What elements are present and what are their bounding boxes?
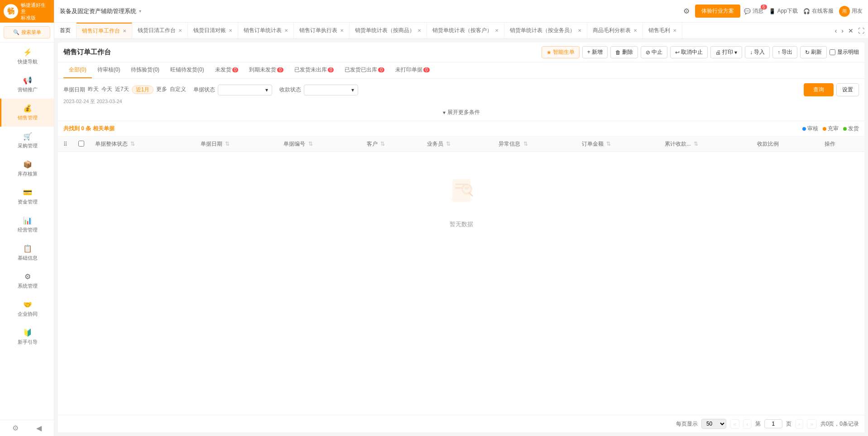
status-filter-select[interactable]: ▾ (218, 85, 272, 95)
settings-filter-button[interactable]: 设置 (836, 83, 859, 96)
tab-sales-stat-customer[interactable]: 销货单统计表（按客户） ✕ (427, 23, 504, 39)
tab-close-sales-gross[interactable]: ✕ (673, 28, 676, 33)
subtab-not-printed[interactable]: 未打印单据0 (390, 62, 435, 78)
app-download-button[interactable]: 📱 App下载 (769, 7, 798, 15)
sort-customer-icon[interactable]: ⇅ (380, 141, 385, 147)
ship-action[interactable]: 发货 (843, 125, 859, 133)
subtab-not-shipped[interactable]: 未发货0 (210, 62, 244, 78)
tab-close-sales-order[interactable]: ✕ (123, 28, 126, 33)
subtab-wangpu-pending[interactable]: 旺铺待发货(0) (165, 62, 210, 78)
tab-cash-daily[interactable]: 钱货日清工作台 ✕ (132, 23, 188, 39)
tab-close-customer[interactable]: ✕ (495, 28, 499, 33)
sidebar-item-finance[interactable]: 💳 资金管理 (0, 183, 54, 211)
date-link-today[interactable]: 今天 (101, 85, 112, 94)
tab-sales-stat-product[interactable]: 销货单统计表（按商品） ✕ (350, 23, 427, 39)
tab-home[interactable]: 首页 (54, 23, 77, 39)
select-all-checkbox[interactable] (78, 141, 84, 147)
subtab-all[interactable]: 全部(0) (63, 62, 92, 78)
tab-sales-gross[interactable]: 销售毛利 ✕ (643, 23, 682, 39)
tab-close-sales-exec[interactable]: ✕ (340, 28, 344, 33)
sort-amount-icon[interactable]: ⇅ (606, 141, 611, 147)
subtab-pending-review[interactable]: 待审核(0) (92, 62, 126, 78)
tab-prev-button[interactable]: ‹ (833, 26, 839, 35)
subtab-shipped-not-in[interactable]: 已发货未出库0 (289, 62, 340, 78)
sidebar-item-purchase[interactable]: 🛒 采购管理 (0, 127, 54, 155)
tab-close-all-button[interactable]: ✕ (846, 26, 855, 35)
export-button[interactable]: ↑ 导出 (772, 46, 797, 58)
search-menu-button[interactable]: 🔍 搜索菜单 (4, 26, 50, 38)
tab-close-product[interactable]: ✕ (417, 28, 421, 33)
payment-select-arrow: ▾ (351, 87, 354, 93)
payment-filter-select[interactable]: ▾ (304, 85, 358, 95)
add-button[interactable]: + 新增 (582, 46, 608, 58)
sort-number-icon[interactable]: ⇅ (308, 141, 313, 147)
delete-button[interactable]: 🗑 删除 (610, 46, 638, 58)
tab-sales-stat-staff[interactable]: 销货单统计表（按业务员） ✕ (504, 23, 587, 39)
message-button[interactable]: 💬 消息 6 (744, 7, 763, 15)
sidebar-item-basic-info[interactable]: 📋 基础信息 (0, 239, 54, 267)
tab-maximize-button[interactable]: ⛶ (856, 26, 866, 35)
tab-close-sales-stat[interactable]: ✕ (284, 28, 288, 33)
sort-date-icon[interactable]: ⇅ (225, 141, 230, 147)
sidebar-item-inventory[interactable]: 📦 库存核算 (0, 155, 54, 183)
sidebar-item-cooperation[interactable]: 🤝 企业协同 (0, 295, 54, 323)
tab-sales-exec[interactable]: 销售订单执行表 ✕ (294, 23, 350, 39)
sort-status-icon[interactable]: ⇅ (130, 141, 135, 147)
date-link-1month[interactable]: 近1月 (132, 85, 154, 94)
total-records-text: 共0页，0条记录 (820, 420, 859, 428)
collapse-button[interactable]: ◀ (36, 424, 42, 432)
show-detail-checkbox-area[interactable]: 显示明细 (830, 48, 859, 56)
refresh-button[interactable]: ↻ 刷新 (800, 46, 827, 58)
next-page-button[interactable]: › (795, 419, 803, 429)
date-link-yesterday[interactable]: 昨天 (88, 85, 99, 94)
review-action[interactable]: 审核 (802, 125, 818, 133)
page-number-input[interactable] (764, 419, 782, 428)
settings-button[interactable]: ⚙ (12, 424, 19, 432)
solution-button[interactable]: 体验行业方案 (695, 5, 740, 18)
import-button[interactable]: ↓ 导入 (745, 46, 770, 58)
tab-next-button[interactable]: › (839, 26, 845, 35)
date-link-7days[interactable]: 近7天 (115, 85, 129, 94)
sidebar-item-sales[interactable]: 💰 销售管理 (0, 99, 54, 127)
tab-cash-reconcile[interactable]: 钱货日清对账 ✕ (188, 23, 238, 39)
first-page-button[interactable]: « (730, 419, 739, 429)
smart-create-button[interactable]: ★ 智能生单 (542, 46, 580, 58)
sort-staff-icon[interactable]: ⇅ (446, 141, 451, 147)
sidebar-item-operation[interactable]: 📊 经营管理 (0, 211, 54, 239)
online-service-button[interactable]: 🎧 在线客服 (803, 7, 834, 15)
cancel-action[interactable]: 充审 (823, 125, 839, 133)
tab-close-cash-reconcile[interactable]: ✕ (229, 28, 232, 33)
last-page-button[interactable]: » (807, 419, 816, 429)
subtab-expired-not-shipped[interactable]: 到期未发货0 (244, 62, 289, 78)
star-icon: ★ (547, 49, 551, 56)
show-detail-checkbox[interactable] (830, 49, 835, 55)
sidebar-item-quick-nav[interactable]: ⚡ 快捷导航 (0, 43, 54, 71)
topbar-gear-icon[interactable]: ⚙ (683, 7, 690, 15)
refresh-icon: ↻ (805, 49, 810, 56)
user-menu[interactable]: 用 用友 (839, 6, 863, 17)
payment-filter-item: 收款状态 ▾ (279, 85, 358, 95)
tab-sales-order[interactable]: 销售订单工作台 ✕ (77, 23, 132, 39)
tab-close-staff[interactable]: ✕ (578, 28, 581, 33)
tab-gross-margin[interactable]: 商品毛利分析表 ✕ (587, 23, 643, 39)
subtab-pending-inspect[interactable]: 待拣验货(0) (125, 62, 165, 78)
query-button[interactable]: 查询 (804, 83, 834, 96)
tab-close-cash-daily[interactable]: ✕ (178, 28, 182, 33)
print-button[interactable]: 🖨 打印 ▾ (710, 46, 742, 58)
table-scroll-container[interactable]: ⠿ 单据整体状态 ⇅ 单据日期 ⇅ (58, 137, 864, 415)
sidebar-item-marketing[interactable]: 📢 营销推广 (0, 71, 54, 99)
tab-sales-stat[interactable]: 销售订单统计表 ✕ (238, 23, 294, 39)
sort-collected-icon[interactable]: ⇅ (694, 141, 698, 147)
subtab-shipped-in[interactable]: 已发货已出库0 (339, 62, 390, 78)
expand-filter-button[interactable]: ▾ 展开更多条件 (443, 109, 480, 116)
sidebar-item-system[interactable]: ⚙ 系统管理 (0, 267, 54, 295)
stop-button[interactable]: ⊘ 中止 (641, 46, 667, 58)
page-size-select[interactable]: 10 20 50 100 (701, 419, 726, 429)
tab-close-gross-margin[interactable]: ✕ (633, 28, 637, 33)
cancel-stop-button[interactable]: ↩ 取消中止 (670, 46, 708, 58)
sort-abnormal-icon[interactable]: ⇅ (523, 141, 528, 147)
date-link-more[interactable]: 更多 (156, 85, 167, 94)
sidebar-item-guide[interactable]: 🔰 新手引导 (0, 323, 54, 351)
date-link-custom[interactable]: 自定义 (170, 85, 186, 94)
prev-page-button[interactable]: ‹ (743, 419, 751, 429)
